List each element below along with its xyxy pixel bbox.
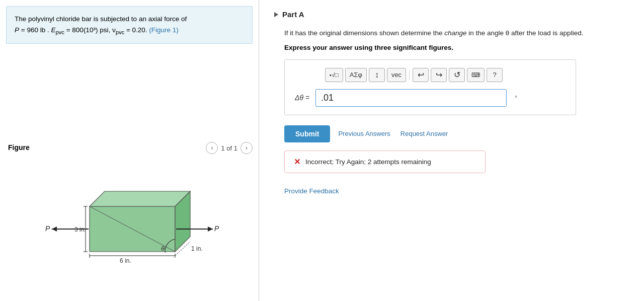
left-panel: The polyvinyl chloride bar is subjected …: [0, 0, 259, 301]
svg-text:1 in.: 1 in.: [191, 245, 203, 252]
figure-next-button[interactable]: ›: [240, 142, 253, 154]
keyboard-button[interactable]: ⌨: [467, 68, 485, 82]
svg-marker-1: [90, 191, 190, 206]
incorrect-text: Incorrect; Try Again; 2 attempts remaini…: [305, 158, 431, 166]
vec-button[interactable]: vec: [387, 68, 406, 82]
svg-text:P: P: [214, 224, 219, 233]
undo-button[interactable]: ↩: [413, 68, 429, 82]
figure-label: Figure: [8, 143, 30, 152]
math-template-button[interactable]: ▪√□: [325, 68, 343, 82]
figure-link[interactable]: (Figure 1): [149, 26, 179, 34]
greek-symbols-button[interactable]: ΑΣφ: [345, 68, 367, 82]
math-toolbar: ▪√□ ΑΣφ ↕ vec ↩ ↪ ↺ ⌨ ?: [295, 68, 566, 82]
question-text: If it has the original dimensions shown …: [274, 28, 629, 39]
collapse-triangle[interactable]: [274, 12, 278, 17]
request-answer-link[interactable]: Request Answer: [400, 130, 448, 137]
updown-arrows-button[interactable]: ↕: [369, 68, 385, 82]
figure-page-indicator: 1 of 1: [221, 144, 237, 152]
answer-input[interactable]: [315, 89, 507, 107]
figure-area: θ P P 3 in. 6 in. 1 in.: [0, 166, 259, 287]
part-header: Part A: [274, 10, 629, 19]
submit-row: Submit Previous Answers Request Answer: [274, 125, 629, 142]
part-label: Part A: [282, 10, 304, 19]
svg-text:3 in.: 3 in.: [74, 226, 86, 233]
svg-marker-6: [52, 227, 57, 232]
problem-statement: The polyvinyl chloride bar is subjected …: [6, 6, 253, 44]
figure-prev-button[interactable]: ‹: [206, 142, 218, 154]
svg-text:6 in.: 6 in.: [120, 257, 131, 264]
degree-symbol: °: [515, 94, 517, 102]
problem-math: P = 960 lb . Epvc = 800(10³) psi, νpvc =…: [15, 26, 179, 34]
x-icon: ✕: [294, 157, 300, 167]
answer-input-row: Δθ = °: [295, 89, 566, 107]
help-button[interactable]: ?: [487, 68, 503, 82]
figure-svg: θ P P 3 in. 6 in. 1 in.: [24, 176, 235, 277]
incorrect-banner: ✕ Incorrect; Try Again; 2 attempts remai…: [284, 150, 486, 173]
svg-marker-9: [208, 227, 213, 232]
svg-text:θ: θ: [161, 245, 165, 252]
answer-label: Δθ =: [295, 94, 309, 102]
answer-box: ▪√□ ΑΣφ ↕ vec ↩ ↪ ↺ ⌨ ? Δθ = °: [284, 59, 576, 115]
refresh-button[interactable]: ↺: [449, 68, 465, 82]
right-panel: Part A If it has the original dimensions…: [259, 0, 644, 301]
previous-answers-link[interactable]: Previous Answers: [338, 130, 390, 137]
question-bold: Express your answer using three signific…: [274, 44, 629, 51]
toolbar-divider: [409, 70, 410, 80]
redo-button[interactable]: ↪: [431, 68, 447, 82]
svg-text:P: P: [45, 224, 50, 233]
provide-feedback-link[interactable]: Provide Feedback: [274, 187, 629, 195]
submit-button[interactable]: Submit: [284, 125, 330, 142]
problem-line1: The polyvinyl chloride bar is subjected …: [15, 15, 187, 23]
figure-nav: ‹ 1 of 1 ›: [206, 142, 253, 154]
